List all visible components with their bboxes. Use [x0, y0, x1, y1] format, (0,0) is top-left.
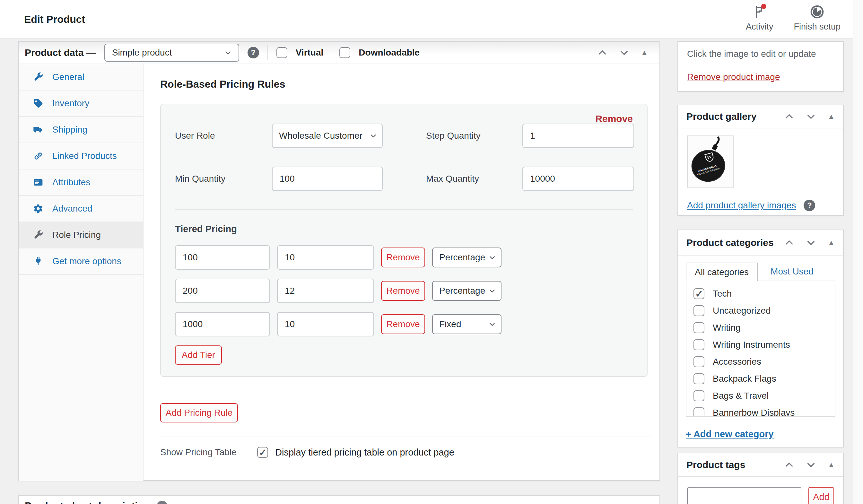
max-quantity-input[interactable]: [522, 167, 634, 191]
tab-label: Get more options: [52, 256, 121, 266]
gear-icon: [33, 203, 43, 214]
divider: [267, 45, 268, 60]
show-pricing-table-checkbox[interactable]: [257, 447, 268, 458]
help-icon[interactable]: ?: [157, 501, 167, 504]
move-down-button[interactable]: [619, 48, 629, 58]
move-up-button[interactable]: [784, 111, 794, 122]
tier-row: Remove Percentage: [175, 245, 633, 270]
tier-quantity-input[interactable]: [175, 312, 270, 337]
tier-quantity-input[interactable]: [175, 245, 270, 270]
remove-tier-button[interactable]: Remove: [381, 314, 425, 334]
toggle-panel-button[interactable]: ▲: [641, 49, 648, 56]
short-description-panel: Product short description ?: [18, 495, 660, 504]
category-list[interactable]: Tech Uncategorized Writing Writing Instr…: [686, 280, 835, 417]
remove-product-image-link[interactable]: Remove product image: [687, 72, 780, 82]
tab-general[interactable]: General: [19, 64, 143, 90]
tag-input[interactable]: [687, 487, 801, 504]
role-pricing-panel: Role-Based Pricing Rules Remove User Rol…: [143, 64, 665, 481]
move-up-button[interactable]: [597, 48, 608, 58]
page-title: Edit Product: [24, 0, 85, 39]
remove-tier-button[interactable]: Remove: [381, 281, 425, 301]
category-checkbox[interactable]: [693, 305, 704, 316]
activity-button[interactable]: Activity: [746, 4, 773, 32]
category-checkbox[interactable]: [693, 356, 704, 367]
product-type-select[interactable]: Simple product: [104, 44, 239, 62]
chevron-down-icon: [224, 49, 232, 57]
finish-setup-button[interactable]: Finish setup: [794, 4, 840, 32]
show-pricing-table-row: Show Pricing Table Display tiered pricin…: [160, 447, 652, 458]
tab-role-pricing[interactable]: Role Pricing: [19, 222, 143, 249]
toggle-panel-button[interactable]: ▲: [828, 461, 835, 468]
tag-icon: [33, 98, 43, 109]
move-up-button[interactable]: [784, 238, 794, 248]
notification-dot: [761, 4, 766, 9]
category-checkbox[interactable]: [693, 390, 704, 401]
pricing-rule-card: Remove User Role Wholesale Customer Step…: [160, 104, 648, 377]
tab-label: Inventory: [52, 98, 89, 109]
remove-tier-button[interactable]: Remove: [381, 248, 425, 267]
category-checkbox[interactable]: [693, 373, 704, 384]
toggle-panel-button[interactable]: ▲: [828, 113, 835, 120]
remove-rule-link[interactable]: Remove: [595, 113, 633, 124]
category-checkbox[interactable]: [693, 288, 704, 299]
tier-row: Remove Fixed: [175, 312, 633, 337]
tab-most-used[interactable]: Most Used: [771, 266, 814, 280]
move-down-button[interactable]: [806, 111, 816, 122]
tab-get-more-options[interactable]: Get more options: [19, 249, 143, 275]
tab-all-categories[interactable]: All categories: [686, 263, 758, 281]
divider: [175, 209, 633, 210]
tier-type-value: Percentage: [439, 252, 485, 263]
tier-type-select[interactable]: Percentage: [432, 248, 501, 267]
panel-controls: ▲: [784, 111, 835, 122]
add-tag-button[interactable]: Add: [809, 487, 834, 504]
user-role-select[interactable]: Wholesale Customer: [272, 124, 383, 148]
product-gallery-header: Product gallery ▲: [678, 105, 843, 128]
tier-amount-input[interactable]: [277, 279, 374, 303]
show-pricing-table-checkbox-label: Display tiered pricing table on product …: [275, 447, 454, 458]
plug-icon: [33, 256, 43, 266]
activity-flag-icon: [752, 4, 767, 19]
product-type-value: Simple product: [112, 48, 172, 58]
link-icon: [33, 151, 43, 161]
category-label: Writing Instruments: [713, 340, 790, 350]
tab-inventory[interactable]: Inventory: [19, 90, 143, 117]
min-quantity-input[interactable]: [272, 167, 383, 191]
product-tags-panel: Product tags ▲ Add: [677, 453, 844, 504]
tier-type-select[interactable]: Fixed: [432, 314, 501, 334]
product-categories-panel: Product categories ▲ All categories Most…: [677, 229, 844, 448]
add-gallery-images-link[interactable]: Add product gallery images: [687, 200, 796, 211]
virtual-checkbox[interactable]: [276, 47, 287, 58]
move-down-button[interactable]: [806, 460, 816, 470]
add-tier-button[interactable]: Add Tier: [175, 345, 222, 365]
tab-label: Role Pricing: [52, 230, 101, 240]
product-data-tabs: General Inventory Shipping Linked Produc…: [19, 64, 143, 481]
product-data-panel: Product data — Simple product ? Virtual …: [18, 41, 660, 481]
page-scrollbar[interactable]: [853, 0, 863, 504]
step-quantity-input[interactable]: [522, 124, 634, 148]
toggle-panel-button[interactable]: ▲: [828, 239, 835, 246]
tab-label: Advanced: [52, 203, 92, 214]
category-checkbox[interactable]: [693, 407, 704, 417]
add-pricing-rule-button[interactable]: Add Pricing Rule: [160, 403, 238, 423]
tab-shipping[interactable]: Shipping: [19, 117, 143, 143]
tier-amount-input[interactable]: [277, 312, 374, 337]
add-new-category-link[interactable]: + Add new category: [686, 429, 774, 440]
tab-linked-products[interactable]: Linked Products: [19, 143, 143, 169]
gallery-image-thumbnail[interactable]: WARNER BROS. STUDIOS LEAVESDEN: [687, 136, 734, 188]
tab-advanced[interactable]: Advanced: [19, 196, 143, 222]
move-down-button[interactable]: [806, 238, 816, 248]
downloadable-label: Downloadable: [359, 48, 420, 58]
help-icon[interactable]: ?: [804, 200, 815, 211]
category-checkbox[interactable]: [693, 339, 704, 350]
chevron-down-icon: [488, 253, 496, 262]
tier-type-select[interactable]: Percentage: [432, 281, 501, 301]
tab-label: Linked Products: [52, 151, 117, 161]
downloadable-checkbox[interactable]: [339, 47, 350, 58]
help-icon[interactable]: ?: [248, 47, 259, 59]
move-up-button[interactable]: [784, 460, 794, 470]
tier-quantity-input[interactable]: [175, 279, 270, 303]
tab-attributes[interactable]: Attributes: [19, 169, 143, 196]
tier-amount-input[interactable]: [277, 245, 374, 270]
category-checkbox[interactable]: [693, 322, 704, 333]
activity-label: Activity: [746, 22, 773, 32]
